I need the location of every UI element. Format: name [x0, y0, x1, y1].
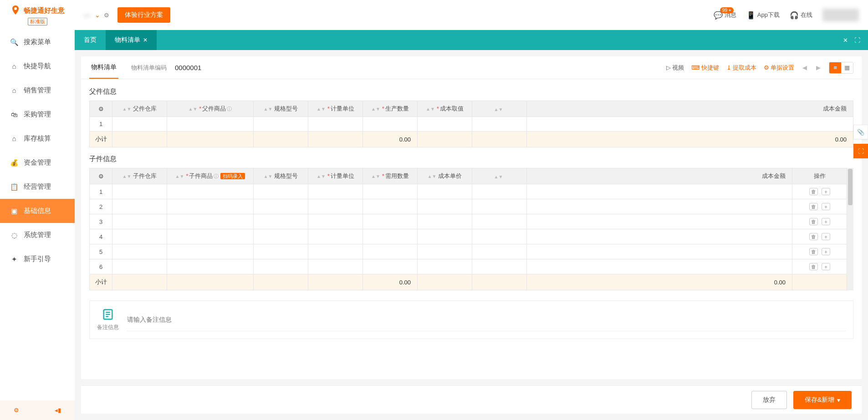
- sidebar-item-3[interactable]: 🛍采购管理: [0, 102, 75, 127]
- parent-subtotal-label: 小计: [90, 132, 112, 147]
- sidebar-item-0[interactable]: 🔍搜索菜单: [0, 30, 75, 54]
- tab-home-label: 首页: [84, 36, 97, 44]
- gear-header[interactable]: ⚙: [90, 168, 112, 184]
- brand-name: 畅捷通好生意: [24, 6, 65, 15]
- delete-row-icon[interactable]: 🗑: [809, 203, 818, 210]
- tab-home[interactable]: 首页: [75, 30, 106, 50]
- info-icon[interactable]: ⓘ: [227, 106, 232, 111]
- child-row[interactable]: 2🗑＋: [90, 199, 847, 214]
- save-new-button[interactable]: 保存&新增▾: [793, 391, 852, 409]
- add-row-icon[interactable]: ＋: [822, 248, 830, 255]
- sidebar-item-8[interactable]: ◌系统管理: [0, 223, 75, 247]
- col-child-warehouse[interactable]: ▲▼子件仓库: [112, 168, 167, 184]
- support-link[interactable]: 🎧 在线: [790, 11, 812, 20]
- col-parent-blank[interactable]: ▲▼: [472, 101, 527, 117]
- sidebar-item-label: 销售管理: [24, 86, 51, 95]
- note-icon: [102, 308, 114, 321]
- col-child-unit[interactable]: ▲▼*计量单位: [308, 168, 363, 184]
- messages-link[interactable]: 💬 消息 99 +: [714, 11, 736, 20]
- row-index: 4: [90, 229, 112, 244]
- delete-row-icon[interactable]: 🗑: [809, 188, 818, 195]
- col-parent-unit[interactable]: ▲▼*计量单位: [308, 101, 363, 117]
- add-row-icon[interactable]: ＋: [822, 233, 830, 240]
- delete-row-icon[interactable]: 🗑: [809, 218, 818, 225]
- parent-section-title: 父件信息: [89, 87, 853, 96]
- child-table-scrollbar[interactable]: [847, 168, 853, 290]
- app-download-link[interactable]: 📱 App下载: [746, 11, 780, 20]
- expand-icon[interactable]: ⛶: [853, 35, 862, 45]
- view-grid-icon[interactable]: ▦: [841, 62, 853, 73]
- col-parent-cost-src[interactable]: ▲▼*成本取值: [418, 101, 472, 117]
- child-row[interactable]: 4🗑＋: [90, 229, 847, 244]
- child-subtotal-label: 小计: [90, 274, 112, 290]
- sidebar-item-label: 资金管理: [24, 158, 51, 167]
- sidebar-item-1[interactable]: ⌂快捷导航: [0, 54, 75, 78]
- col-parent-product[interactable]: ▲▼*父件商品ⓘ: [167, 101, 254, 117]
- remark-input[interactable]: [127, 308, 846, 331]
- collapse-icon[interactable]: ◂▮: [55, 407, 61, 414]
- parent-row[interactable]: 1: [90, 117, 853, 132]
- view-list-icon[interactable]: ≡: [829, 62, 841, 73]
- shortcut-link[interactable]: ⌨快捷键: [691, 64, 719, 72]
- fullscreen-icon[interactable]: ⛶: [853, 144, 868, 158]
- col-child-spec[interactable]: ▲▼规格型号: [254, 168, 308, 184]
- doc-setting-link[interactable]: ⚙单据设置: [764, 64, 794, 72]
- add-row-icon[interactable]: ＋: [822, 218, 830, 225]
- child-row[interactable]: 6🗑＋: [90, 259, 847, 274]
- sidebar-item-2[interactable]: ⌂销售管理: [0, 78, 75, 102]
- prev-arrow-icon[interactable]: ◀: [802, 64, 808, 71]
- user-avatar[interactable]: [822, 9, 859, 21]
- extract-cost-link[interactable]: ⤓提取成本: [726, 64, 756, 72]
- child-row[interactable]: 1🗑＋: [90, 184, 847, 199]
- col-child-qty[interactable]: ▲▼*需用数量: [363, 168, 418, 184]
- delete-row-icon[interactable]: 🗑: [809, 263, 818, 270]
- add-row-icon[interactable]: ＋: [822, 188, 830, 195]
- page-tab-bom[interactable]: 物料清单: [89, 57, 118, 79]
- close-icon[interactable]: ✕: [143, 37, 148, 43]
- gear-header[interactable]: ⚙: [90, 101, 112, 117]
- row-ops: 🗑＋: [792, 184, 847, 199]
- messages-badge: 99 +: [720, 7, 734, 13]
- child-row[interactable]: 3🗑＋: [90, 214, 847, 229]
- col-child-price[interactable]: ▲▼成本单价: [418, 168, 472, 184]
- row-index: 2: [90, 199, 112, 214]
- discard-button[interactable]: 放弃: [751, 391, 787, 409]
- company-selector[interactable]: — ⌄: [84, 11, 100, 19]
- delete-row-icon[interactable]: 🗑: [809, 233, 818, 240]
- sidebar-item-icon: ✦: [10, 255, 18, 263]
- col-parent-warehouse[interactable]: ▲▼父件仓库: [112, 101, 167, 117]
- col-child-blank[interactable]: ▲▼: [472, 168, 527, 184]
- sidebar-item-label: 新手引导: [24, 255, 51, 263]
- gear-icon: ⚙: [764, 64, 769, 71]
- sidebar-item-5[interactable]: 💰资金管理: [0, 151, 75, 175]
- col-parent-qty[interactable]: ▲▼*生产数量: [363, 101, 418, 117]
- col-child-amount[interactable]: 成本金额: [527, 168, 792, 184]
- remark-section: 备注信息: [89, 300, 853, 339]
- sidebar-item-4[interactable]: ⌂库存核算: [0, 127, 75, 151]
- delete-row-icon[interactable]: 🗑: [809, 248, 818, 255]
- sidebar-item-9[interactable]: ✦新手引导: [0, 247, 75, 271]
- trial-button[interactable]: 体验行业方案: [117, 7, 170, 23]
- bom-code-label: 物料清单编码: [131, 64, 167, 72]
- col-child-product[interactable]: ▲▼*子件商品ⓘ扫码录入: [167, 168, 254, 184]
- video-link[interactable]: ▷视频: [666, 64, 684, 72]
- parent-subtotal-amount: 0.00: [527, 132, 853, 147]
- gear-icon[interactable]: ⚙: [14, 407, 19, 414]
- col-parent-spec[interactable]: ▲▼规格型号: [254, 101, 308, 117]
- col-parent-amount[interactable]: 成本金额: [527, 101, 853, 117]
- sidebar-item-7[interactable]: ▣基础信息: [0, 199, 75, 223]
- next-arrow-icon[interactable]: ▶: [815, 64, 822, 71]
- row-index: 1: [90, 117, 112, 132]
- info-icon[interactable]: ⓘ: [214, 173, 219, 179]
- child-row[interactable]: 5🗑＋: [90, 244, 847, 259]
- attachment-icon[interactable]: 📎: [853, 125, 868, 139]
- add-row-icon[interactable]: ＋: [822, 263, 830, 270]
- row-index: 6: [90, 259, 112, 274]
- tab-bom[interactable]: 物料清单 ✕: [106, 30, 157, 50]
- bom-code-value: 0000001: [175, 64, 201, 71]
- sidebar-item-6[interactable]: 📋经营管理: [0, 175, 75, 199]
- settings-icon[interactable]: ⚙: [100, 12, 113, 19]
- close-all-icon[interactable]: ✕: [842, 35, 849, 45]
- scan-input-tag[interactable]: 扫码录入: [220, 173, 245, 179]
- add-row-icon[interactable]: ＋: [822, 203, 830, 210]
